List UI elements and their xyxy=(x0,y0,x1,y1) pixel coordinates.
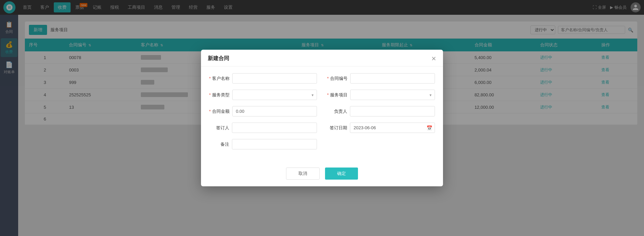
contract-amount-label: 合同金额 xyxy=(209,108,230,114)
form-row-4: 签订人 签订日期 📅 xyxy=(209,123,435,133)
remark-input[interactable] xyxy=(232,139,317,149)
confirm-button[interactable]: 确定 xyxy=(325,168,358,180)
cancel-button[interactable]: 取消 xyxy=(286,168,320,180)
form-group-customer: 客户名称 xyxy=(209,73,317,84)
new-contract-modal: 新建合同 ✕ 客户名称 合同编号 服务类型 xyxy=(201,50,443,186)
modal-overlay: 新建合同 ✕ 客户名称 合同编号 服务类型 xyxy=(0,0,644,236)
form-row-3: 合同金额 负责人 xyxy=(209,106,435,116)
sign-date-label: 签订日期 xyxy=(327,125,347,131)
form-group-service-type: 服务类型 ▼ xyxy=(209,90,317,100)
customer-name-input[interactable] xyxy=(232,73,317,84)
responsible-input[interactable] xyxy=(350,106,435,116)
modal-footer: 取消 确定 xyxy=(201,162,443,186)
form-group-amount: 合同金额 xyxy=(209,106,317,116)
form-row-2: 服务类型 ▼ 服务项目 ▼ xyxy=(209,90,435,100)
service-item-select[interactable] xyxy=(350,90,435,100)
signer-input[interactable] xyxy=(232,123,317,133)
form-group-remark: 备注 xyxy=(209,139,317,149)
modal-body: 客户名称 合同编号 服务类型 ▼ xyxy=(201,66,443,162)
customer-name-label: 客户名称 xyxy=(209,76,230,82)
modal-header: 新建合同 ✕ xyxy=(201,50,443,66)
sign-date-input[interactable] xyxy=(350,123,435,133)
form-row-5: 备注 xyxy=(209,139,435,149)
responsible-label: 负责人 xyxy=(327,108,347,114)
contract-no-input[interactable] xyxy=(350,73,435,84)
contract-no-label: 合同编号 xyxy=(327,76,348,82)
form-group-contract-no: 合同编号 xyxy=(327,73,435,84)
calendar-icon[interactable]: 📅 xyxy=(427,125,432,131)
modal-title: 新建合同 xyxy=(208,55,229,62)
form-group-sign-date: 签订日期 📅 xyxy=(327,123,435,133)
service-type-select[interactable] xyxy=(232,90,317,100)
service-type-label: 服务类型 xyxy=(209,92,230,98)
form-group-signer: 签订人 xyxy=(209,123,317,133)
remark-label: 备注 xyxy=(209,141,229,147)
form-group-responsible: 负责人 xyxy=(327,106,435,116)
service-type-select-wrapper: ▼ xyxy=(232,90,317,100)
contract-amount-input[interactable] xyxy=(232,106,317,116)
sign-date-wrapper: 📅 xyxy=(350,123,435,133)
modal-close-button[interactable]: ✕ xyxy=(431,56,436,62)
service-item-label: 服务项目 xyxy=(327,92,348,98)
form-group-service-item: 服务项目 ▼ xyxy=(327,90,435,100)
service-item-select-wrapper: ▼ xyxy=(350,90,435,100)
form-row-1: 客户名称 合同编号 xyxy=(209,73,435,84)
signer-label: 签订人 xyxy=(209,125,229,131)
